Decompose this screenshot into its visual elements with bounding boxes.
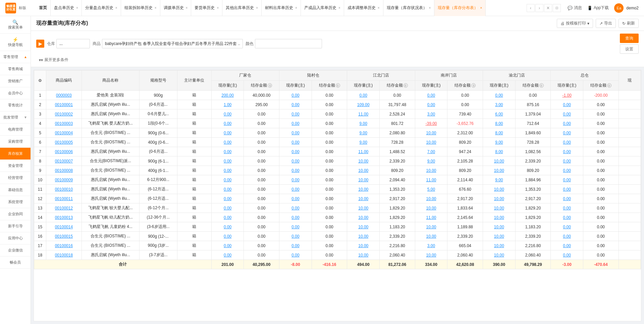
sidebar-item-purchase[interactable]: 采购管理 [0, 136, 31, 148]
sidebar-item-search[interactable]: 🔍 搜索英单 [0, 16, 31, 34]
row-g2-qty[interactable]: 0.00 [279, 109, 312, 119]
row-g6-qty[interactable]: 0.00 [551, 156, 583, 166]
row-code[interactable]: 00100015 [46, 232, 82, 241]
row-g3-qty[interactable]: 109.00 [347, 100, 380, 109]
row-g5-qty[interactable]: 10.00 [483, 250, 516, 260]
refresh-button[interactable]: ↻ 刷新 [619, 19, 639, 28]
row-g4-qty[interactable]: 10.00 [415, 203, 447, 213]
sidebar-item-shop[interactable]: 零售商城 [0, 63, 31, 75]
row-g1-qty[interactable]: 0.00 [211, 213, 244, 222]
row-g1-qty[interactable]: 0.00 [211, 119, 244, 128]
row-g3-qty[interactable]: 11.00 [347, 147, 380, 156]
nav-next[interactable]: › [535, 4, 543, 12]
row-g1-qty[interactable]: 0.00 [211, 138, 244, 147]
row-code[interactable]: 00100005 [46, 138, 82, 147]
row-g4-qty[interactable]: 10.00 [415, 232, 447, 241]
print-button[interactable]: 🖨 按模板打印 ▾ [557, 19, 593, 28]
row-g2-qty[interactable]: 0.00 [279, 100, 312, 109]
row-g3-qty[interactable]: 10.00 [347, 194, 380, 203]
row-g1-qty[interactable]: 0.00 [211, 185, 244, 194]
row-g4-qty[interactable]: 9.00 [415, 156, 447, 166]
row-g4-qty[interactable]: 10.00 [415, 166, 447, 175]
row-g2-qty[interactable]: 0.00 [279, 241, 312, 250]
row-g2-qty[interactable]: 0.00 [279, 175, 312, 185]
row-g6-qty[interactable]: 0.00 [551, 175, 583, 185]
row-g4-qty[interactable]: 10.00 [415, 222, 447, 232]
row-g1-qty[interactable]: 0.00 [211, 203, 244, 213]
sidebar-item-base[interactable]: 基础信息 [0, 184, 31, 196]
row-g2-qty[interactable]: 0.00 [279, 185, 312, 194]
sidebar-item-inventory[interactable]: 库存核算 [0, 148, 31, 160]
row-g4-qty[interactable]: -39.00 [415, 119, 447, 128]
row-g1-qty[interactable]: 200.00 [211, 91, 244, 100]
g5-info-icon[interactable]: ① [539, 83, 544, 88]
row-g4-qty[interactable]: 3.00 [415, 241, 447, 250]
row-g2-qty[interactable]: 0.00 [279, 138, 312, 147]
row-g6-qty[interactable]: 0.00 [551, 138, 583, 147]
row-g6-qty[interactable]: 0.00 [551, 203, 583, 213]
row-code[interactable]: 00100010 [46, 185, 82, 194]
row-g5-qty[interactable]: 8.00 [483, 119, 516, 128]
settings-button[interactable]: 设置 [620, 44, 639, 54]
row-g5-qty[interactable]: 10.00 [483, 194, 516, 203]
row-code[interactable]: 00100011 [46, 194, 82, 203]
row-g2-qty[interactable]: 0.00 [279, 156, 312, 166]
app-action[interactable]: 📱 App下载 [587, 5, 609, 11]
row-code[interactable]: 00100006 [46, 147, 82, 156]
filter-expand-button[interactable]: ▶ [36, 40, 44, 48]
row-g2-qty[interactable]: 0.00 [279, 194, 312, 203]
row-code[interactable]: 00100009 [46, 175, 82, 185]
row-g2-qty[interactable]: 0.00 [279, 250, 312, 260]
row-g2-qty[interactable]: 0.00 [279, 119, 312, 128]
row-g5-qty[interactable]: 10.00 [483, 185, 516, 194]
row-g5-qty[interactable]: 9.00 [483, 138, 516, 147]
nav-tab-4[interactable]: 调拨单历史 × [160, 0, 192, 16]
row-g6-qty[interactable]: 0.00 [551, 109, 583, 119]
row-g6-qty[interactable]: 0.00 [551, 100, 583, 109]
message-action[interactable]: 💬 消息 [568, 5, 582, 11]
nav-tab-9[interactable]: 成本调整单历史 × [344, 0, 383, 16]
nav-tab-11[interactable]: 现存量（库存分布表） × [434, 0, 486, 16]
nav-tab-7[interactable]: 材料出库单历史 × [262, 0, 301, 16]
g4-info-icon[interactable]: ① [471, 83, 476, 88]
row-code[interactable]: 00100003 [46, 119, 82, 128]
row-g5-qty[interactable]: 10.00 [483, 213, 516, 222]
row-g3-qty[interactable]: 10.00 [347, 156, 380, 166]
row-g6-qty[interactable]: -1.00 [551, 91, 583, 100]
nav-close-all[interactable]: ✕ [544, 4, 552, 12]
row-g5-qty[interactable]: 0.00 [483, 91, 516, 100]
row-g4-qty[interactable]: 0.00 [415, 100, 447, 109]
row-g2-qty[interactable]: 0.00 [279, 213, 312, 222]
nav-prev[interactable]: ‹ [527, 4, 535, 12]
row-g6-qty[interactable]: 0.00 [551, 213, 583, 222]
row-g1-qty[interactable]: 0.00 [211, 241, 244, 250]
sidebar-item-collab[interactable]: 企业协同 [0, 208, 31, 220]
sidebar-item-stats[interactable]: 零售统计 [0, 99, 31, 111]
row-g4-qty[interactable]: 10.00 [415, 250, 447, 260]
row-g4-qty[interactable]: 11.00 [415, 175, 447, 185]
row-g4-qty[interactable]: 10.00 [415, 128, 447, 138]
row-g3-qty[interactable]: 9.00 [347, 119, 380, 128]
row-g1-qty[interactable]: 0.00 [211, 232, 244, 241]
row-g3-qty[interactable]: 10.00 [347, 232, 380, 241]
row-g1-qty[interactable]: 0.00 [211, 166, 244, 175]
row-g5-qty[interactable]: 3.00 [483, 100, 516, 109]
nav-tab-3[interactable]: 组装拆卸单历史 × [121, 0, 160, 16]
row-g4-qty[interactable]: 5.00 [415, 185, 447, 194]
row-code[interactable]: 00100012 [46, 203, 82, 213]
row-code[interactable]: 00100016 [46, 241, 82, 250]
sidebar-item-management[interactable]: 经营管理 [0, 172, 31, 184]
goods-input[interactable] [102, 39, 243, 48]
row-g5-qty[interactable]: 9.00 [483, 175, 516, 185]
sidebar-item-retail[interactable]: 零售管理 ▲ [0, 51, 31, 63]
sidebar-item-wechat[interactable]: 企业微信 [0, 244, 31, 257]
row-g6-qty[interactable]: 0.00 [551, 250, 583, 260]
row-g5-qty[interactable]: 6.00 [483, 109, 516, 119]
row-g5-qty[interactable]: 10.00 [483, 166, 516, 175]
user-area[interactable]: Ea demo2 [614, 3, 639, 13]
row-code[interactable]: 00100008 [46, 166, 82, 175]
row-g6-qty[interactable]: 0.00 [551, 194, 583, 203]
color-input[interactable] [255, 39, 322, 48]
row-g3-qty[interactable]: 11.00 [347, 109, 380, 119]
row-code[interactable]: 00100001 [46, 100, 82, 109]
